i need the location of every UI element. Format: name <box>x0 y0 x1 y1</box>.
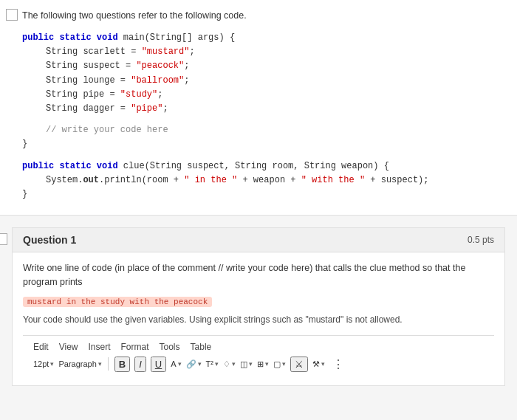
menu-insert[interactable]: Insert <box>88 342 110 352</box>
menu-view[interactable]: View <box>59 342 78 352</box>
font-color-select[interactable]: A ▾ <box>171 359 181 368</box>
link-select[interactable]: 🔗 ▾ <box>186 359 202 369</box>
code-block: public static void main(String[] args) {… <box>22 28 505 204</box>
paragraph-select[interactable]: Paragraph ▾ <box>58 359 101 368</box>
italic-button[interactable]: I <box>134 357 146 372</box>
code-section: The following two questions refer to the… <box>0 0 517 216</box>
link-icon: 🔗 <box>186 359 196 369</box>
media-select[interactable]: ◫ ▾ <box>240 359 253 369</box>
font-size-select[interactable]: 12pt ▾ <box>33 359 54 368</box>
menu-format[interactable]: Format <box>121 342 149 352</box>
code-line-3: String suspect = "peacock"; <box>22 59 505 73</box>
table-chevron: ▾ <box>265 360 269 368</box>
link-chevron: ▾ <box>198 360 202 368</box>
menu-table[interactable]: Table <box>191 342 212 352</box>
question-header: Question 1 0.5 pts <box>13 228 504 252</box>
question-title: Question 1 <box>23 234 76 246</box>
accessibility-button[interactable]: ⚔ <box>290 357 308 372</box>
code-line-println: System.out.println(room + " in the " + w… <box>22 173 505 187</box>
format2-select[interactable]: ⚒ ▾ <box>312 359 325 369</box>
question-wrapper: Question 1 0.5 pts Write one line of cod… <box>12 227 505 386</box>
symbol-select[interactable]: ♢ ▾ <box>223 359 236 369</box>
code-line-method: public static void clue(String suspect, … <box>22 159 505 173</box>
editor-area: Edit View Insert Format Tools Table 12pt… <box>23 335 494 376</box>
code-comment: // write your code here <box>22 123 505 137</box>
code-blank-2 <box>22 152 505 159</box>
question-section: Question 1 0.5 pts Write one line of cod… <box>12 227 505 386</box>
superscript-select[interactable]: T² ▾ <box>206 359 219 368</box>
answer-example: mustard in the study with the peacock <box>23 297 212 307</box>
font-color-chevron: ▾ <box>178 360 182 368</box>
section-checkbox[interactable] <box>6 9 18 21</box>
media-icon: ◫ <box>240 359 247 369</box>
code-line-5: String pipe = "study"; <box>22 88 505 102</box>
code-line-2: String scarlett = "mustard"; <box>22 45 505 59</box>
menu-tools[interactable]: Tools <box>160 342 180 352</box>
code-line-4: String lounge = "ballroom"; <box>22 74 505 88</box>
editor-toolbar: 12pt ▾ Paragraph ▾ B I U A ▾ <box>33 357 484 372</box>
superscript-label: T² <box>206 359 213 368</box>
code-closing-brace-2: } <box>22 187 505 202</box>
superscript-chevron: ▾ <box>215 360 219 368</box>
code-blank-1 <box>22 116 505 123</box>
font-size-chevron: ▾ <box>50 360 54 368</box>
toolbar-divider-1 <box>108 357 109 371</box>
question-body: Write one line of code (in place of the … <box>13 252 504 385</box>
symbol-icon: ♢ <box>223 359 230 369</box>
question-points: 0.5 pts <box>468 235 494 245</box>
question-checkbox[interactable] <box>0 233 7 245</box>
extra-chevron: ▾ <box>282 360 286 368</box>
media-chevron: ▾ <box>249 360 253 368</box>
extra-select[interactable]: ▢ ▾ <box>273 359 286 369</box>
question-text: Write one line of code (in place of the … <box>23 261 494 289</box>
paragraph-chevron: ▾ <box>98 360 102 368</box>
more-options-button[interactable]: ⋮ <box>332 357 344 371</box>
note-text: Your code should use the given variables… <box>23 313 494 326</box>
format2-chevron: ▾ <box>321 360 325 368</box>
font-size-value: 12pt <box>33 359 49 368</box>
paragraph-value: Paragraph <box>58 359 96 368</box>
table-select[interactable]: ⊞ ▾ <box>257 359 269 369</box>
editor-menubar: Edit View Insert Format Tools Table <box>33 342 484 352</box>
code-line-6: String dagger = "pipe"; <box>22 102 505 116</box>
code-line-1: public static void main(String[] args) { <box>22 31 505 45</box>
table-icon: ⊞ <box>257 359 264 369</box>
menu-edit[interactable]: Edit <box>33 342 49 352</box>
code-closing-brace-1: } <box>22 137 505 151</box>
underline-button[interactable]: U <box>151 357 166 372</box>
page-container: The following two questions refer to the… <box>0 0 517 386</box>
code-intro: The following two questions refer to the… <box>22 10 505 21</box>
format2-icon: ⚒ <box>312 359 320 369</box>
symbol-chevron: ▾ <box>232 360 236 368</box>
font-color-label: A <box>171 359 176 368</box>
bold-button[interactable]: B <box>114 357 130 372</box>
extra-icon: ▢ <box>273 359 281 369</box>
